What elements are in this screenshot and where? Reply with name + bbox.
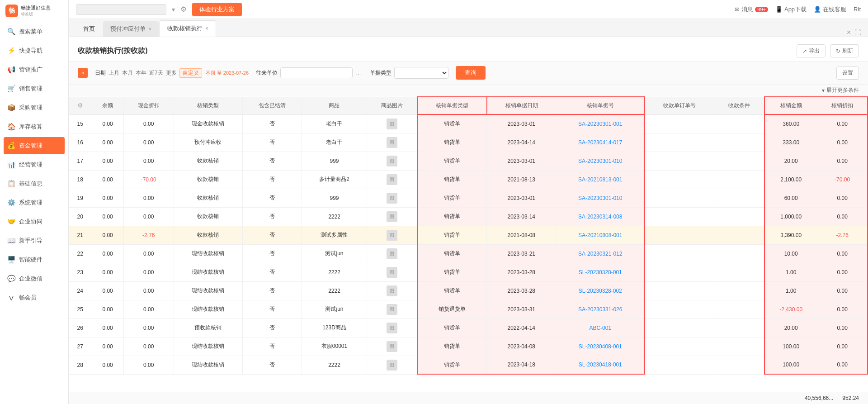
cell-verify-type: 预付冲应收 bbox=[174, 133, 242, 152]
cell-verify-bill-no[interactable]: SA-20230414-017 bbox=[556, 133, 645, 152]
cell-verify-discount: 0.00 bbox=[817, 114, 868, 133]
filter-date-this-year[interactable]: 本年 bbox=[136, 69, 146, 77]
content: 收款核销执行(按收款) ↗ 导出 ↻ 刷新 « 日期 上月 本月 本年 近7天 bbox=[69, 37, 868, 404]
cell-goods: 999 bbox=[302, 189, 367, 207]
expand-more-bar: ▾ 展开更多条件 bbox=[69, 85, 868, 96]
th-settings[interactable]: ⚙ bbox=[69, 97, 92, 114]
sidebar-item-base[interactable]: 📋 基础信息 bbox=[0, 174, 68, 193]
cell-verify-bill-type: 销货单 bbox=[417, 114, 487, 133]
filter-date-group: 日期 上月 本月 本年 近7天 更多 自定义 bbox=[95, 68, 202, 78]
cell-verify-amount: 1,000.00 bbox=[764, 207, 817, 226]
message-badge: 99+ bbox=[755, 7, 768, 12]
sidebar-item-collab[interactable]: 🤝 企业协同 bbox=[0, 212, 68, 231]
settings-button[interactable]: 设置 bbox=[836, 67, 859, 80]
sidebar-item-ops[interactable]: 📊 经营管理 bbox=[0, 155, 68, 174]
table-row: 17 0.00 0.00 收款核销 否 999 图 销货单 2023-03-01… bbox=[69, 152, 868, 170]
tab-prepaid-close[interactable]: × bbox=[148, 26, 151, 32]
cell-goods-img: 图 bbox=[367, 318, 417, 337]
industry-solution-button[interactable]: 体验行业方案 bbox=[192, 3, 242, 16]
cell-verify-bill-no[interactable]: SL-20230328-002 bbox=[556, 281, 645, 300]
cell-include-settled: 否 bbox=[242, 318, 302, 337]
tab-controls: × ⛶ bbox=[847, 29, 861, 37]
cell-verify-bill-no[interactable]: SA-20210813-001 bbox=[556, 170, 645, 189]
tab-prepaid[interactable]: 预付冲应付单 × bbox=[103, 21, 159, 37]
query-button[interactable]: 查询 bbox=[456, 66, 486, 80]
cell-verify-bill-no[interactable]: SA-20230331-026 bbox=[556, 300, 645, 318]
refresh-button[interactable]: ↻ 刷新 bbox=[830, 44, 859, 57]
cell-verify-bill-type: 销货单 bbox=[417, 226, 487, 244]
cell-verify-amount: 3,390.00 bbox=[764, 226, 817, 244]
cell-goods-img: 图 bbox=[367, 170, 417, 189]
cell-verify-bill-no[interactable]: ABC-001 bbox=[556, 318, 645, 337]
tab-collection[interactable]: 收款核销执行 × bbox=[160, 20, 216, 37]
export-button[interactable]: ↗ 导出 bbox=[797, 44, 826, 57]
tab-home[interactable]: 首页 bbox=[76, 21, 102, 37]
message-button[interactable]: ✉ 消息 99+ bbox=[735, 5, 768, 14]
table-row: 19 0.00 0.00 收款核销 否 999 图 销货单 2023-03-01… bbox=[69, 189, 868, 207]
cell-verify-bill-no[interactable]: SL-20230418-001 bbox=[556, 356, 645, 374]
content-header: 收款核销执行(按收款) ↗ 导出 ↻ 刷新 bbox=[69, 37, 868, 62]
sidebar-label-system: 系统管理 bbox=[19, 199, 42, 207]
cell-receipt-condition bbox=[714, 356, 764, 374]
cell-receipt-condition bbox=[714, 300, 764, 318]
filter-bill-type-select[interactable] bbox=[394, 67, 448, 79]
logo: 畅 畅捷通好生意 标准版 bbox=[0, 0, 68, 22]
user-profile[interactable]: Rit bbox=[854, 6, 861, 13]
filter-date-last-month[interactable]: 上月 bbox=[108, 69, 119, 77]
cell-verify-bill-no[interactable]: SA-20210808-001 bbox=[556, 226, 645, 244]
sidebar-item-member[interactable]: V 畅会员 bbox=[0, 288, 68, 307]
sidebar-item-search[interactable]: 🔍 搜索菜单 bbox=[0, 22, 68, 41]
filter-date-this-month[interactable]: 本月 bbox=[122, 69, 133, 77]
filter-unit-input[interactable] bbox=[280, 67, 353, 78]
topbar-search-input[interactable] bbox=[76, 4, 166, 15]
sidebar-item-wechat[interactable]: 💬 企业微信 bbox=[0, 269, 68, 288]
sidebar-item-finance[interactable]: 💰 资金管理 bbox=[4, 137, 65, 154]
sidebar-item-guide[interactable]: 📖 新手引导 bbox=[0, 231, 68, 250]
th-verify-bill-type: 核销单据类型 bbox=[417, 97, 487, 114]
online-service-button[interactable]: 👤 在线客服 bbox=[814, 5, 846, 14]
cell-balance: 0.00 bbox=[92, 337, 123, 356]
sidebar-item-system[interactable]: ⚙️ 系统管理 bbox=[0, 193, 68, 212]
filter-date-more[interactable]: 更多 bbox=[166, 69, 177, 77]
filter-unit-label: 往来单位 bbox=[256, 69, 278, 77]
cell-receipt-condition bbox=[714, 318, 764, 337]
cell-balance: 0.00 bbox=[92, 207, 123, 226]
cell-verify-bill-no[interactable]: SA-20230321-012 bbox=[556, 244, 645, 263]
cell-receipt-order-no bbox=[645, 318, 714, 337]
sidebar-item-hardware[interactable]: 🖥️ 智能硬件 bbox=[0, 250, 68, 269]
tab-close-button[interactable]: × bbox=[847, 29, 851, 37]
sidebar-item-purchase[interactable]: 📦 采购管理 bbox=[0, 98, 68, 117]
sidebar-item-quick-nav[interactable]: ⚡ 快捷导航 bbox=[0, 41, 68, 60]
collapse-button[interactable]: « bbox=[78, 68, 88, 78]
table-row: 23 0.00 0.00 现结收款核销 否 2222 图 销货单 2023-03… bbox=[69, 263, 868, 281]
cell-cash-discount: 0.00 bbox=[123, 244, 174, 263]
tab-collection-close[interactable]: × bbox=[205, 25, 208, 32]
cell-receipt-condition bbox=[714, 244, 764, 263]
cell-seq: 16 bbox=[69, 133, 92, 152]
filter-date-custom[interactable]: 自定义 bbox=[179, 68, 202, 78]
cell-verify-bill-no[interactable]: SL-20230408-001 bbox=[556, 337, 645, 356]
expand-more-button[interactable]: ▾ 展开更多条件 bbox=[822, 86, 859, 94]
cell-receipt-condition bbox=[714, 152, 764, 170]
cell-balance: 0.00 bbox=[92, 281, 123, 300]
cell-verify-bill-no[interactable]: SA-20230301-001 bbox=[556, 114, 645, 133]
cell-verify-amount: 60.00 bbox=[764, 189, 817, 207]
sidebar-item-sales[interactable]: 🛒 销售管理 bbox=[0, 79, 68, 98]
tab-maximize-button[interactable]: ⛶ bbox=[854, 29, 861, 36]
dropdown-icon[interactable]: ▾ bbox=[172, 6, 175, 13]
settings-icon[interactable]: ⚙ bbox=[180, 5, 187, 14]
cell-verify-bill-no[interactable]: SA-20230314-008 bbox=[556, 207, 645, 226]
cell-verify-bill-no[interactable]: SL-20230328-001 bbox=[556, 263, 645, 281]
cell-verify-bill-date: 2021-08-13 bbox=[487, 170, 556, 189]
cell-verify-bill-no[interactable]: SA-20230301-010 bbox=[556, 152, 645, 170]
table-wrapper: ⚙ 余额 现金折扣 核销类型 包含已结清 商品 商品图片 核销单据类型 核销单据… bbox=[69, 96, 868, 392]
th-verify-type: 核销类型 bbox=[174, 97, 242, 114]
sidebar-item-inventory[interactable]: 🏠 库存核算 bbox=[0, 117, 68, 136]
cell-verify-bill-type: 销货单 bbox=[417, 263, 487, 281]
sidebar-item-marketing[interactable]: 📢 营销推广 bbox=[0, 60, 68, 79]
tab-home-label: 首页 bbox=[83, 25, 95, 33]
column-settings-icon[interactable]: ⚙ bbox=[77, 102, 83, 109]
cell-verify-bill-no[interactable]: SA-20230301-010 bbox=[556, 189, 645, 207]
filter-date-7days[interactable]: 近7天 bbox=[149, 69, 163, 77]
app-download-button[interactable]: 📱 App下载 bbox=[775, 5, 807, 14]
